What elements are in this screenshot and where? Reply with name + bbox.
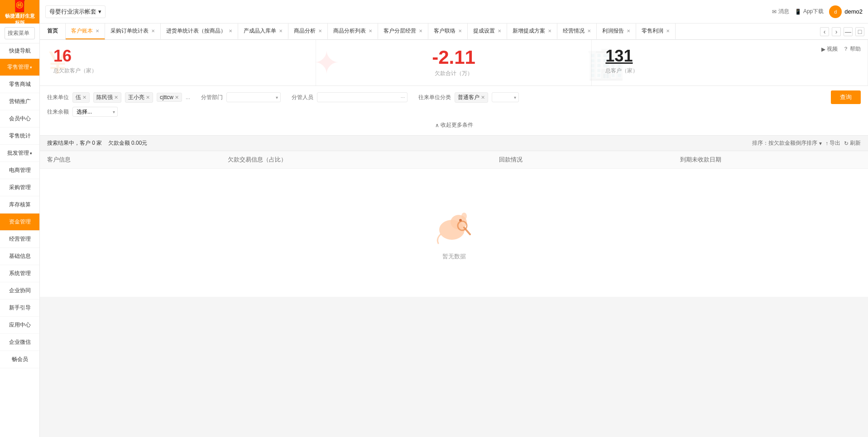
chevron-up-icon: ∧ bbox=[435, 122, 439, 128]
sidebar-item-marketing[interactable]: 营销推广 bbox=[0, 93, 39, 110]
sidebar-item-retail-stats[interactable]: 零售统计 bbox=[0, 128, 39, 145]
tab-product-analysis-list[interactable]: 商品分析列表 ✕ bbox=[328, 24, 378, 40]
sidebar-item-enterprise-collab[interactable]: 企业协同 bbox=[0, 282, 39, 299]
sidebar-item-capital-mgmt[interactable]: 资金管理 bbox=[0, 214, 39, 231]
filter-tag-unit: 伍 ✕ bbox=[72, 92, 90, 103]
tab-close-icon[interactable]: ✕ bbox=[666, 28, 670, 33]
total-clients-label: 总客户（家） bbox=[605, 67, 638, 75]
tab-label: 利润报告 bbox=[602, 27, 624, 35]
chevron-down-icon: ▾ bbox=[819, 140, 822, 147]
sidebar-item-app-center[interactable]: 应用中心 bbox=[0, 317, 39, 334]
balance-select[interactable]: 选择... bbox=[72, 107, 118, 117]
empty-text: 暂无数据 bbox=[442, 252, 466, 261]
filter-tag-close-icon[interactable]: ✕ bbox=[146, 95, 150, 100]
refresh-button[interactable]: ↻ 刷新 bbox=[844, 139, 861, 147]
tab-customer-tier[interactable]: 客户分层经营 ✕ bbox=[378, 24, 428, 40]
sidebar-item-member-center[interactable]: 会员中心 bbox=[0, 110, 39, 128]
tab-close-icon[interactable]: ✕ bbox=[627, 28, 630, 33]
tab-close-icon[interactable]: ✕ bbox=[229, 28, 232, 33]
export-button[interactable]: ↑ 导出 bbox=[825, 139, 840, 147]
filter-row-1: 往来单位 伍 ✕ 陈民强 ✕ 王小亮 ✕ cjttcw ✕ ... bbox=[47, 90, 861, 104]
tab-close-icon[interactable]: ✕ bbox=[96, 28, 99, 33]
tab-close-icon[interactable]: ✕ bbox=[279, 28, 283, 33]
sidebar-item-smooth-member[interactable]: 畅会员 bbox=[0, 351, 39, 368]
video-link[interactable]: ▶ 视频 bbox=[821, 45, 838, 53]
user-profile[interactable]: d demo2 bbox=[829, 5, 863, 18]
sidebar-item-inventory-check[interactable]: 库存核算 bbox=[0, 196, 39, 214]
tab-close-icon[interactable]: ✕ bbox=[419, 28, 422, 33]
tab-customer-account[interactable]: 客户账本 ✕ bbox=[66, 24, 105, 40]
tab-close-icon[interactable]: ✕ bbox=[458, 28, 462, 33]
total-customers-value: 16 bbox=[53, 48, 72, 64]
filter-more-button[interactable]: ... bbox=[186, 94, 190, 100]
tab-new-raise-plan[interactable]: 新增提成方案 ✕ bbox=[507, 24, 557, 40]
tab-product-analysis[interactable]: 商品分析 ✕ bbox=[288, 24, 328, 40]
search-menu-button[interactable]: 搜索菜单 bbox=[5, 27, 35, 39]
tab-close-icon[interactable]: ✕ bbox=[318, 28, 322, 33]
sort-button[interactable]: 排序：按欠款金额倒序排序 ▾ bbox=[752, 139, 822, 147]
stats-bar: ¥ 16 总欠款客户（家） ✦ -2.11 欠款合计（万） 🏢 131 总客户（… bbox=[40, 40, 868, 86]
total-clients-value: 131 bbox=[605, 48, 633, 64]
sidebar-item-enterprise-wechat[interactable]: 企业微信 bbox=[0, 334, 39, 351]
people-input[interactable] bbox=[317, 92, 408, 102]
tab-product-instock[interactable]: 产成品入库单 ✕ bbox=[238, 24, 288, 40]
filter-tag-close-icon[interactable]: ✕ bbox=[175, 95, 179, 100]
filter-tag-close-icon[interactable]: ✕ bbox=[82, 95, 86, 100]
app-logo: 🧧 畅捷通好生意 标版 bbox=[0, 0, 39, 24]
tab-purchase-stats[interactable]: 进货单统计表（按商品） ✕ bbox=[161, 24, 238, 40]
sidebar-item-ecommerce-mgmt[interactable]: 电商管理 bbox=[0, 162, 39, 179]
dept-select[interactable] bbox=[226, 92, 281, 102]
industry-selector[interactable]: 母婴行业演示帐套 ▾ bbox=[45, 5, 106, 18]
sidebar-item-basic-info[interactable]: 基础信息 bbox=[0, 248, 39, 265]
tab-maximize-button[interactable]: □ bbox=[855, 27, 864, 36]
tab-retail-profit[interactable]: 零售利润 ✕ bbox=[636, 24, 676, 40]
quick-nav-button[interactable]: 快捷导航 bbox=[0, 43, 39, 59]
tab-close-icon[interactable]: ✕ bbox=[369, 28, 372, 33]
sidebar-item-retail-mgmt[interactable]: 零售管理 ▾ bbox=[0, 59, 39, 76]
sidebar-item-system-mgmt[interactable]: 系统管理 bbox=[0, 265, 39, 282]
tab-customer-contact[interactable]: 客户联络 ✕ bbox=[428, 24, 468, 40]
refresh-label: 刷新 bbox=[850, 139, 861, 147]
sidebar-item-newbie-guide[interactable]: 新手引导 bbox=[0, 299, 39, 317]
tab-minimize-button[interactable]: — bbox=[844, 27, 853, 36]
tab-raise-settings[interactable]: 提成设置 ✕ bbox=[468, 24, 507, 40]
tab-home[interactable]: 首页 bbox=[40, 24, 66, 40]
tab-close-icon[interactable]: ✕ bbox=[548, 28, 551, 33]
query-button[interactable]: 查询 bbox=[831, 90, 861, 104]
sidebar-item-operations-mgmt[interactable]: 经营管理 bbox=[0, 231, 39, 248]
help-icon: ？ bbox=[843, 45, 849, 53]
stat-debt-total: -2.11 欠款合计（万） bbox=[316, 40, 592, 86]
help-link[interactable]: ？ 帮助 bbox=[843, 45, 861, 53]
unit-class-select[interactable] bbox=[492, 92, 519, 102]
tab-profit-report[interactable]: 利润报告 ✕ bbox=[597, 24, 636, 40]
tab-scroll-left-button[interactable]: ‹ bbox=[820, 27, 829, 36]
filter-tag-close-icon[interactable]: ✕ bbox=[114, 95, 118, 100]
tab-close-icon[interactable]: ✕ bbox=[498, 28, 501, 33]
tab-scroll-right-button[interactable]: › bbox=[832, 27, 841, 36]
empty-state: 暂无数据 bbox=[40, 169, 868, 297]
filter-tag-close-icon[interactable]: ✕ bbox=[481, 95, 485, 100]
sidebar-item-purchase-mgmt[interactable]: 采购管理 bbox=[0, 179, 39, 196]
filter-tag-cjttcw: cjttcw ✕ bbox=[157, 93, 182, 102]
sidebar-item-wholesale-mgmt[interactable]: 批发管理 ▾ bbox=[0, 145, 39, 162]
tab-business-status[interactable]: 经营情况 ✕ bbox=[557, 24, 597, 40]
tab-purchase-order[interactable]: 采购订单统计表 ✕ bbox=[105, 24, 161, 40]
result-bar: 搜索结果中，客户 0 家 欠款金额 0.00元 排序：按欠款金额倒序排序 ▾ ↑… bbox=[40, 136, 868, 151]
messages-button[interactable]: ✉ 消息 bbox=[772, 8, 789, 15]
topbar-right: ✉ 消息 📱 App下载 d demo2 bbox=[772, 5, 863, 18]
sidebar: 🧧 畅捷通好生意 标版 搜索菜单 快捷导航 零售管理 ▾ 零售商城 营销推广 会… bbox=[0, 0, 40, 437]
tab-close-icon[interactable]: ✕ bbox=[587, 28, 591, 33]
debt-total-label: 欠款合计（万） bbox=[435, 70, 473, 77]
empty-icon-svg bbox=[432, 205, 477, 246]
sidebar-item-retail-shop[interactable]: 零售商城 bbox=[0, 76, 39, 93]
collapse-button[interactable]: ∧ 收起更多条件 bbox=[435, 121, 473, 129]
unit-class-select-wrap bbox=[492, 92, 519, 102]
download-icon: 📱 bbox=[795, 9, 801, 15]
filter-tag-text: 伍 bbox=[76, 94, 81, 101]
filter-tag-wangxiaoliang: 王小亮 ✕ bbox=[125, 92, 153, 103]
app-download-button[interactable]: 📱 App下载 bbox=[795, 8, 824, 15]
tab-label: 提成设置 bbox=[473, 27, 495, 35]
people-input-wrap: ··· bbox=[317, 92, 408, 102]
debt-total-value: -2.11 bbox=[432, 48, 475, 67]
tab-close-icon[interactable]: ✕ bbox=[151, 28, 155, 33]
